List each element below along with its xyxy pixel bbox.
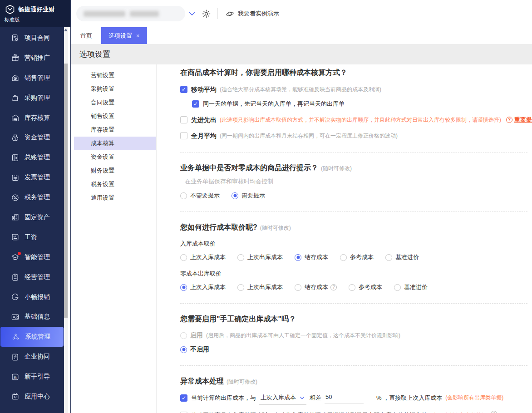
radio-option-zero-cost-prompt-0[interactable]: 不需要提示 <box>180 192 220 200</box>
scroll-up-arrow-icon[interactable] <box>64 29 68 31</box>
help-icon[interactable]: ? <box>330 284 337 290</box>
radio-icon[interactable] <box>237 284 244 291</box>
important-tip-icon[interactable]: ? <box>506 117 512 123</box>
sidebar-item-sales[interactable]: 销售管理 <box>0 68 64 88</box>
tab-home[interactable]: 首页 <box>71 27 101 44</box>
sidebar-item-app-center[interactable]: 应用中心 <box>0 387 64 407</box>
radio-icon[interactable] <box>394 284 401 291</box>
sidebar-item-funds[interactable]: 资金管理 <box>0 128 64 148</box>
sidebar-item-smart[interactable]: 智能管理 <box>0 247 64 267</box>
radio-option-cost-pricing-4[interactable]: 基准进价 <box>394 283 428 291</box>
option-label[interactable]: 先进先出 <box>191 115 217 124</box>
radio-icon[interactable] <box>340 254 347 261</box>
sidebar-item-base-info[interactable]: 基础信息 <box>0 307 64 327</box>
tax-icon <box>11 193 20 202</box>
sidebar-item-collab[interactable]: 企业协同 <box>0 347 64 367</box>
radio-icon[interactable] <box>295 284 301 291</box>
sidebar-item-fixed-assets[interactable]: 固定资产 <box>0 207 64 227</box>
demo-link[interactable]: 我要看实例演示 <box>226 10 279 18</box>
option-label[interactable]: 同一天的单据，先记当天的入库单，再记当天的出库单 <box>203 99 345 108</box>
settings-nav-item-6[interactable]: 资金设置 <box>74 150 156 164</box>
settings-nav-item-8[interactable]: 税务设置 <box>74 177 156 191</box>
settings-nav-item-9[interactable]: 通用设置 <box>74 191 156 205</box>
checkbox-cost-method-1[interactable]: ✓ <box>192 100 199 108</box>
help-icon[interactable]: ? <box>491 411 497 413</box>
sidebar-item-purchase[interactable]: 采购管理 <box>0 88 64 108</box>
radio-option-manual-cost-0[interactable]: 启用(启用后，商品的出库成本可由人工确定一个固定值，这个成本不受计价规则影响) <box>180 331 527 339</box>
radio-option-cost-pricing-1[interactable]: 上次出库成本 <box>237 253 283 261</box>
cost-basis-dropdown[interactable]: 上次入库成本 <box>259 393 306 405</box>
checkbox-cost-method-3[interactable] <box>180 132 187 139</box>
radio-label: 基准进价 <box>404 283 428 291</box>
topbar-divider <box>217 8 218 19</box>
sidebar-item-label: 经营管理 <box>25 273 50 281</box>
sidebar-item-guide[interactable]: 新新手引导 <box>0 367 64 387</box>
sidebar-scrollbar[interactable] <box>64 27 68 413</box>
checkbox-cost-method-2[interactable] <box>180 116 187 123</box>
option-label[interactable]: 移动平均 <box>191 85 217 94</box>
sidebar-item-tax[interactable]: 税务管理 <box>0 187 64 207</box>
tab-options-settings[interactable]: 选项设置 × <box>101 27 147 44</box>
radio-group: 上次入库成本上次出库成本结存成本参考成本基准进价 <box>180 253 527 261</box>
system-icon <box>11 333 20 341</box>
sidebar-item-ledger[interactable]: 总账管理 <box>0 148 64 167</box>
sidebar-item-system[interactable]: 系统管理 <box>0 327 64 347</box>
sidebar-item-reimburse[interactable]: 小畅报销 <box>0 287 64 307</box>
sidebar-item-label: 固定资产 <box>25 213 50 221</box>
radio-selected-icon[interactable] <box>180 284 187 291</box>
gear-icon[interactable] <box>202 9 211 19</box>
radio-selected-icon[interactable] <box>295 254 301 261</box>
option-label[interactable]: 全月平均 <box>191 131 217 140</box>
radio-icon[interactable] <box>385 254 392 261</box>
planet-icon <box>226 10 234 18</box>
checkbox-cost-method-0[interactable]: ✓ <box>180 86 187 93</box>
settings-nav-item-2[interactable]: 合同设置 <box>74 96 156 109</box>
radio-option-cost-pricing-3[interactable]: 参考成本 <box>349 283 382 291</box>
radio-selected-icon[interactable] <box>180 346 187 353</box>
radio-note: (启用后，商品的出库成本可由人工确定一个固定值，这个成本不受计价规则影响) <box>206 332 400 339</box>
option-impact-note: (会影响所有入库类单据) <box>430 411 488 413</box>
option-note: (适合绝大部分成本核算场景，能够准确反映当前商品的成本及利润) <box>220 85 381 94</box>
settings-nav-item-1[interactable]: 采购设置 <box>74 82 156 96</box>
sidebar-item-invoice[interactable]: 发票管理 <box>0 167 64 187</box>
sidebar-item-label: 工资 <box>25 233 37 241</box>
sidebar-scrollbar-thumb[interactable] <box>64 64 68 318</box>
settings-section-abnormal-cost: 异常成本处理(随时可修改)✓当前计算的出库成本，与上次入库成本相差% ，直接取上… <box>180 377 527 413</box>
radio-selected-icon[interactable] <box>232 192 238 199</box>
radio-option-cost-pricing-0[interactable]: 上次入库成本 <box>180 253 226 261</box>
settings-nav-item-0[interactable]: 营销设置 <box>74 69 156 82</box>
radio-option-zero-cost-prompt-1[interactable]: 需要提示 <box>232 192 265 200</box>
important-tip-link[interactable]: ?重要提示 <box>506 115 532 124</box>
option-label[interactable]: 移动平均商品在入库单记账时，自动将入库单的记账日期提前到最早出现负库存的单据之前 <box>191 411 427 413</box>
dropdown-value: 上次入库成本 <box>261 393 296 402</box>
chevron-down-icon[interactable] <box>188 10 196 18</box>
difference-percent-input[interactable] <box>325 393 364 403</box>
tab-close-icon[interactable]: × <box>136 32 140 39</box>
sidebar-item-payroll[interactable]: 工资 <box>0 227 64 247</box>
radio-icon[interactable] <box>180 192 187 199</box>
settings-nav-item-4[interactable]: 库存设置 <box>74 123 156 137</box>
radio-option-cost-pricing-2[interactable]: 结存成本 <box>295 253 328 261</box>
radio-icon[interactable] <box>180 332 187 339</box>
account-selector[interactable] <box>76 6 185 21</box>
radio-option-cost-pricing-4[interactable]: 基准进价 <box>385 253 419 261</box>
radio-option-cost-pricing-1[interactable]: 上次出库成本 <box>237 283 283 291</box>
settings-nav-item-3[interactable]: 销售设置 <box>74 109 156 123</box>
radio-option-cost-pricing-0[interactable]: 上次入库成本 <box>180 283 226 291</box>
sidebar-item-inventory[interactable]: 库存核算 <box>0 108 64 128</box>
radio-icon[interactable] <box>237 254 244 261</box>
radio-icon[interactable] <box>349 284 355 291</box>
radio-icon[interactable] <box>180 254 187 261</box>
sidebar-item-operations[interactable]: 经营管理 <box>0 267 64 287</box>
radio-option-cost-pricing-3[interactable]: 参考成本 <box>340 253 374 261</box>
settings-nav-item-5[interactable]: 成本核算 <box>74 137 156 150</box>
collab-icon <box>11 353 20 361</box>
rule-text: % ，直接取上次入库成本 <box>376 394 442 402</box>
radio-option-cost-pricing-2[interactable]: 结存成本? <box>295 283 337 291</box>
sidebar-item-project-contract[interactable]: 项目合同 <box>0 28 64 48</box>
sidebar-item-marketing[interactable]: 营销推广 <box>0 48 64 68</box>
checkbox-abnormal-cost-0[interactable]: ✓ <box>180 394 187 402</box>
radio-option-manual-cost-1[interactable]: 不启用 <box>180 345 527 354</box>
sidebar-item-label: 资金管理 <box>25 133 50 142</box>
settings-nav-item-7[interactable]: 财务设置 <box>74 164 156 177</box>
